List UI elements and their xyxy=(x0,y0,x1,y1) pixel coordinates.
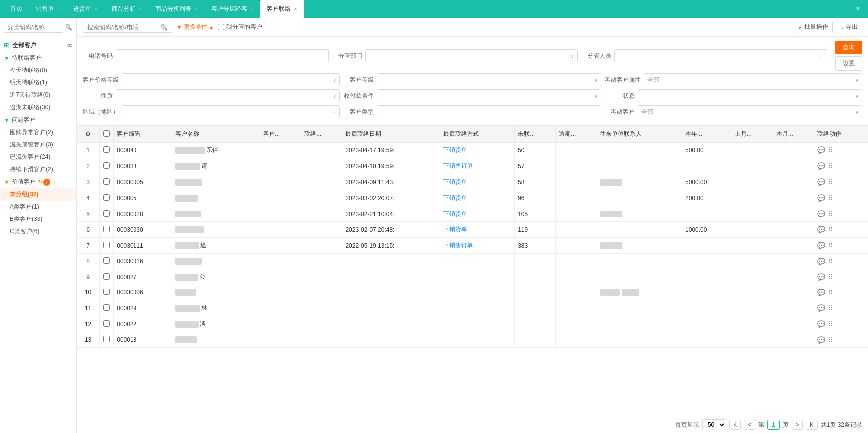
payment-input[interactable]: ∨ xyxy=(377,89,601,102)
close-icon[interactable]: × xyxy=(57,6,60,12)
more-icon[interactable]: ⠿ xyxy=(828,178,833,186)
last-method-link[interactable]: 下销货单 xyxy=(443,146,467,153)
row-checkbox[interactable] xyxy=(103,257,110,264)
row-checkbox-cell[interactable] xyxy=(100,254,114,269)
row-checkbox-cell[interactable] xyxy=(100,174,114,190)
sidebar-item-hoard-abnormal[interactable]: 囤购异常客户(2) xyxy=(0,126,76,139)
select-all-checkbox[interactable] xyxy=(103,130,110,137)
status-input[interactable]: ∨ xyxy=(638,89,862,102)
search-input[interactable] xyxy=(87,24,160,31)
more-icon[interactable]: ⠿ xyxy=(828,146,833,154)
nav-tab-customer-segment[interactable]: 客户分层经客 × xyxy=(204,0,260,18)
sidebar-item-class-a[interactable]: A类客户(1) xyxy=(0,201,76,213)
close-icon[interactable]: × xyxy=(250,6,253,12)
close-all-button[interactable]: × xyxy=(852,4,864,13)
row-checkbox-cell[interactable] xyxy=(100,332,114,348)
more-icon[interactable]: ⠿ xyxy=(828,320,833,328)
per-page-select[interactable]: 50 xyxy=(702,419,726,430)
row-checkbox-cell[interactable] xyxy=(100,238,114,254)
export-button[interactable]: ↓ 导出 xyxy=(837,21,862,33)
row-checkbox[interactable] xyxy=(103,210,110,216)
sidebar-pending-contact-group[interactable]: ▼ 待联络客户 xyxy=(0,52,76,64)
close-icon[interactable]: × xyxy=(294,6,297,12)
sidebar-item-churned[interactable]: 已流失客户(24) xyxy=(0,151,76,163)
more-icon[interactable]: ⠿ xyxy=(828,289,833,296)
nav-tab-sales[interactable]: 销售单 × xyxy=(29,0,67,18)
nav-tab-product-list[interactable]: 商品分析列表 × xyxy=(148,0,204,18)
region-input[interactable]: ··· xyxy=(122,105,340,118)
chat-icon[interactable]: 💬 xyxy=(817,194,825,202)
chat-icon[interactable]: 💬 xyxy=(817,273,825,281)
sidebar-item-7days[interactable]: 近7天待联络(0) xyxy=(0,89,76,101)
sidebar-item-tomorrow[interactable]: 明天待联络(1) xyxy=(0,76,76,89)
sidebar-item-class-b[interactable]: B类客户(33) xyxy=(0,213,76,225)
sidebar-item-churn-warning[interactable]: 流失预警客户(3) xyxy=(0,139,76,151)
sidebar-search-icon[interactable]: 🔍 xyxy=(65,24,72,31)
row-checkbox[interactable] xyxy=(103,273,110,280)
close-icon[interactable]: × xyxy=(94,6,97,12)
query-button[interactable]: 查询 xyxy=(835,41,862,54)
prev-page-button[interactable]: < xyxy=(744,420,755,430)
gender-input[interactable]: ∨ xyxy=(116,89,340,102)
last-method-link[interactable]: 下销货单 xyxy=(443,210,467,217)
last-method-link[interactable]: 下销售订单 xyxy=(443,242,473,249)
close-icon[interactable]: × xyxy=(138,6,141,12)
customer-type-input[interactable] xyxy=(377,105,601,118)
phone-input[interactable] xyxy=(116,49,329,62)
row-checkbox[interactable] xyxy=(103,146,110,153)
my-customers-checkbox-label[interactable]: 我分管的客户 xyxy=(218,23,262,31)
row-checkbox-cell[interactable] xyxy=(100,143,114,158)
more-icon[interactable]: ⠿ xyxy=(828,273,833,281)
sidebar-problem-customer-group[interactable]: ▼ 问题客户 xyxy=(0,114,76,126)
more-icon[interactable]: ⠿ xyxy=(828,336,833,344)
search-icon[interactable]: 🔍 xyxy=(160,24,168,31)
row-checkbox[interactable] xyxy=(103,194,110,201)
last-method-link[interactable]: 下销货单 xyxy=(443,226,467,233)
price-level-input[interactable]: ∨ xyxy=(122,73,340,86)
dept-input[interactable]: ∨ xyxy=(365,49,578,62)
chat-icon[interactable]: 💬 xyxy=(817,210,825,217)
row-checkbox-cell[interactable] xyxy=(100,158,114,174)
more-icon[interactable]: ⠿ xyxy=(828,162,833,170)
settings-col[interactable]: ⚙ xyxy=(77,126,100,143)
row-checkbox[interactable] xyxy=(103,289,110,295)
retail-attr-input[interactable]: 全部 ∨ xyxy=(644,73,862,86)
row-checkbox[interactable] xyxy=(103,320,110,327)
sidebar-item-today[interactable]: 今天待联络(0) xyxy=(0,64,76,76)
more-icon[interactable]: ⠿ xyxy=(828,304,833,312)
next-page-button[interactable]: > xyxy=(792,420,803,430)
chat-icon[interactable]: 💬 xyxy=(817,162,825,170)
more-icon[interactable]: ⠿ xyxy=(828,210,833,217)
row-checkbox-cell[interactable] xyxy=(100,206,114,222)
chat-icon[interactable]: 💬 xyxy=(817,226,825,233)
row-checkbox[interactable] xyxy=(103,162,110,169)
collapse-icon[interactable]: ≪ xyxy=(67,42,72,49)
last-page-button[interactable]: K xyxy=(806,420,818,430)
more-icon[interactable]: ⠿ xyxy=(828,242,833,249)
close-icon[interactable]: × xyxy=(194,6,197,12)
last-method-link[interactable]: 下销货单 xyxy=(443,178,467,185)
sidebar-item-class-c[interactable]: C类客户(6) xyxy=(0,225,76,238)
batch-operation-button[interactable]: ✓ 批量操作 xyxy=(794,21,833,33)
chat-icon[interactable]: 💬 xyxy=(817,178,825,186)
nav-home[interactable]: 首页 xyxy=(4,4,29,13)
row-checkbox[interactable] xyxy=(103,242,110,248)
chat-icon[interactable]: 💬 xyxy=(817,258,825,265)
row-checkbox-cell[interactable] xyxy=(100,300,114,316)
more-conditions-button[interactable]: ▼ 更多条件 ▲ xyxy=(176,23,214,31)
chat-icon[interactable]: 💬 xyxy=(817,336,825,344)
last-method-link[interactable]: 下销售订单 xyxy=(443,162,473,169)
chat-icon[interactable]: 💬 xyxy=(817,304,825,312)
reset-button[interactable]: 设置 xyxy=(835,56,862,71)
nav-tab-product-analysis[interactable]: 商品分析 × xyxy=(105,0,148,18)
row-checkbox-cell[interactable] xyxy=(100,269,114,285)
first-page-button[interactable]: K xyxy=(729,420,741,430)
sidebar-value-customer-group[interactable]: ▼ 价值客户 ↻ ! xyxy=(0,176,76,188)
sidebar-item-overdue[interactable]: 逾期未联络(30) xyxy=(0,101,76,114)
row-checkbox-cell[interactable] xyxy=(100,222,114,238)
chat-icon[interactable]: 💬 xyxy=(817,289,825,296)
manager-input[interactable]: ··· xyxy=(614,49,827,62)
chat-icon[interactable]: 💬 xyxy=(817,146,825,154)
row-checkbox-cell[interactable] xyxy=(100,285,114,300)
row-checkbox[interactable] xyxy=(103,336,110,342)
